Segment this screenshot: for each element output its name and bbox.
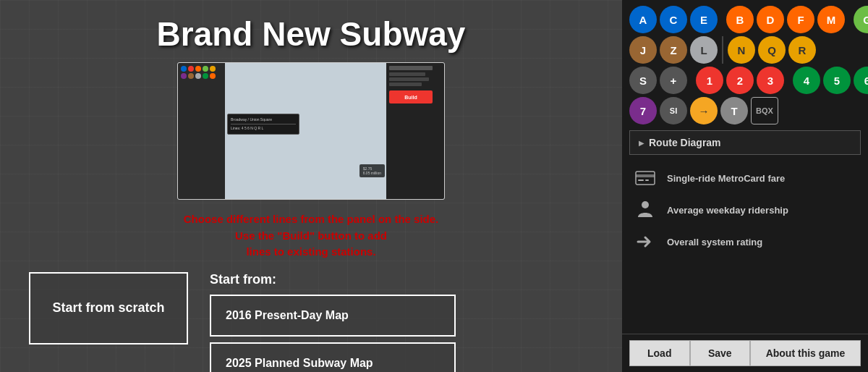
bottom-buttons: Load Save About this game — [622, 334, 868, 372]
line-button-B[interactable]: B — [726, 6, 754, 33]
line-button-SI[interactable]: SI — [660, 97, 687, 124]
lines-row-3: S + 1 2 3 4 5 6 — [629, 67, 861, 94]
start-from-label: Start from: — [210, 272, 593, 287]
game-title: Brand New Subway — [22, 14, 600, 54]
line-button-5[interactable]: 5 — [823, 67, 851, 94]
map-option-2016[interactable]: 2016 Present-Day Map — [210, 295, 456, 337]
instruction-text: Choose different lines from the panel on… — [22, 211, 600, 261]
route-diagram-label: Route Diagram — [649, 137, 721, 148]
start-from-scratch-button[interactable]: Start from scratch — [29, 272, 188, 344]
stat-rating-label: Overall system rating — [667, 237, 762, 248]
lines-row-4: 7 SI → T BQX — [629, 97, 861, 124]
left-panel: Brand New Subway — [0, 0, 622, 372]
stat-row-ridership: Average weekday ridership — [632, 197, 858, 223]
line-button-BQX[interactable]: BQX — [751, 97, 778, 124]
line-button-N[interactable]: N — [728, 36, 755, 64]
route-diagram-arrow-icon: ▶ — [639, 139, 644, 147]
about-button[interactable]: About this game — [750, 340, 861, 366]
line-button-6[interactable]: 6 — [854, 67, 868, 94]
line-button-C[interactable]: C — [660, 6, 687, 33]
line-button-3[interactable]: 3 — [757, 67, 784, 94]
screenshot-frame: Build Broadway / Union Square Lines: 4 5… — [177, 62, 445, 200]
svg-rect-1 — [636, 174, 655, 177]
line-button-7[interactable]: 7 — [629, 97, 657, 124]
stat-row-fare: Single-ride MetroCard fare — [632, 165, 858, 191]
line-button-Q[interactable]: Q — [758, 36, 786, 64]
line-button-Z[interactable]: Z — [660, 36, 687, 64]
stat-fare-label: Single-ride MetroCard fare — [667, 173, 785, 184]
svg-rect-2 — [638, 179, 644, 181]
line-button-D[interactable]: D — [757, 6, 784, 33]
line-button-L[interactable]: L — [690, 36, 718, 64]
line-button-4[interactable]: 4 — [793, 67, 820, 94]
stats-section: Single-ride MetroCard fare Average weekd… — [622, 158, 868, 334]
line-button-1[interactable]: 1 — [696, 67, 723, 94]
svg-rect-3 — [645, 179, 649, 181]
line-button-J[interactable]: J — [629, 36, 657, 64]
line-button-G[interactable]: G — [854, 6, 868, 33]
svg-point-4 — [642, 201, 649, 208]
lines-grid: A C E B D F M G J Z L N Q R S + 1 2 — [622, 0, 868, 127]
svg-rect-0 — [636, 172, 655, 185]
line-button-E[interactable]: E — [690, 6, 718, 33]
lines-row-1: A C E B D F M G — [629, 6, 861, 33]
arrow-right-icon — [632, 229, 658, 255]
line-button-F[interactable]: F — [787, 6, 814, 33]
save-button[interactable]: Save — [690, 340, 751, 366]
route-diagram-section[interactable]: ▶ Route Diagram — [629, 130, 861, 155]
right-panel: A C E B D F M G J Z L N Q R S + 1 2 — [622, 0, 868, 372]
line-separator-3 — [722, 36, 723, 64]
line-button-plus[interactable]: + — [660, 67, 687, 94]
stat-row-rating: Overall system rating — [632, 229, 858, 255]
line-button-S[interactable]: S — [629, 67, 657, 94]
line-button-A[interactable]: A — [629, 6, 657, 33]
line-button-arrow[interactable]: → — [690, 97, 718, 124]
line-button-T[interactable]: T — [720, 97, 748, 124]
screenshot-area: Build Broadway / Union Square Lines: 4 5… — [22, 62, 600, 200]
stat-ridership-label: Average weekday ridership — [667, 205, 788, 216]
person-icon — [632, 197, 658, 223]
map-option-2025[interactable]: 2025 Planned Subway Map — [210, 342, 456, 373]
line-button-M[interactable]: M — [817, 6, 845, 33]
line-button-2[interactable]: 2 — [726, 67, 754, 94]
load-button[interactable]: Load — [629, 340, 690, 366]
line-button-R[interactable]: R — [788, 36, 816, 64]
metrocard-icon — [632, 165, 658, 191]
action-area: Start from scratch Start from: 2016 Pres… — [22, 272, 600, 373]
start-from-section: Start from: 2016 Present-Day Map 2025 Pl… — [210, 272, 593, 373]
lines-row-2: J Z L N Q R — [629, 36, 861, 64]
